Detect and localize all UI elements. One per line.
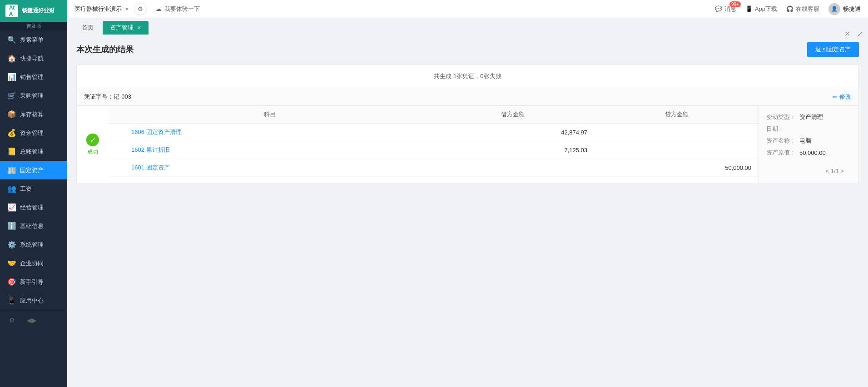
- user-menu[interactable]: 👤 畅捷通: [828, 3, 861, 15]
- sidebar-item-payroll[interactable]: 👥 工资: [0, 179, 67, 198]
- page-title: 本次生成的结果: [76, 44, 134, 55]
- debit-2: 7,125.03: [431, 141, 595, 159]
- sidebar-item-app-center-label: 应用中心: [20, 297, 44, 305]
- funds-icon: 💰: [7, 129, 15, 137]
- voucher-table: 科目 借方金额 贷方金额 1606 固定资产清理 42,874.97: [109, 106, 759, 177]
- support-icon: 🎧: [786, 5, 794, 12]
- asset-value-row: 资产原值： 50,000.00: [766, 147, 851, 159]
- date-row: 日期：: [766, 123, 851, 135]
- sidebar-item-ops[interactable]: 📈 经营管理: [0, 198, 67, 217]
- messages-button[interactable]: 💬 消息 99+: [715, 5, 736, 13]
- ledger-icon: 📒: [7, 147, 15, 156]
- voucher-body: ✓ 成功 科目 借方金额 贷方金额: [77, 106, 858, 184]
- summary-text: 共生成 1张凭证，0张失败: [434, 73, 501, 79]
- main-area: 医疗器械行业演示 ▼ ⚙ ☁ 我要体验一下 💬 消息 99+ 📱 App下载 🎧…: [67, 0, 868, 387]
- sidebar-item-ops-label: 经营管理: [20, 203, 44, 212]
- voucher-number: 凭证字号：记-003: [84, 93, 131, 101]
- online-support-label: 在线客服: [796, 5, 819, 13]
- pagination-info: 1/1: [831, 168, 841, 174]
- success-text: 成功: [87, 148, 98, 156]
- logo-text: 畅捷通好业财: [22, 7, 55, 15]
- voucher-detail-sidebar: 变动类型： 资产清理 日期： 资产名称： 电脑 资产原值：: [759, 106, 858, 184]
- sidebar-item-ledger[interactable]: 📒 总账管理: [0, 142, 67, 161]
- sidebar-item-fixed-assets[interactable]: 🏢 固定资产: [0, 161, 67, 179]
- online-support-button[interactable]: 🎧 在线客服: [786, 5, 819, 13]
- sidebar-item-guide[interactable]: 🎯 新手引导: [0, 273, 67, 291]
- asset-name-value: 电脑: [799, 137, 811, 145]
- sidebar-item-collab[interactable]: 🤝 企业协同: [0, 254, 67, 273]
- sidebar-item-collab-label: 企业协同: [20, 259, 44, 268]
- sidebar-item-quick-nav[interactable]: 🏠 快捷导航: [0, 49, 67, 68]
- username: 畅捷通: [843, 5, 861, 13]
- asset-name-label: 资产名称：: [766, 137, 796, 145]
- app-logo: AtA 畅捷通好业财: [0, 0, 67, 22]
- sidebar-item-sales[interactable]: 📊 销售管理: [0, 68, 67, 86]
- sidebar-item-sales-label: 销售管理: [20, 73, 44, 81]
- cloud-icon: ☁: [156, 5, 162, 12]
- subject-1[interactable]: 1606 固定资产清理: [131, 129, 182, 135]
- sidebar-item-funds-label: 资金管理: [20, 129, 44, 137]
- app-download-button[interactable]: 📱 App下载: [745, 5, 777, 13]
- sidebar-item-app-center[interactable]: 📱 应用中心: [0, 291, 67, 310]
- sidebar-item-quick-nav-label: 快捷导航: [20, 55, 44, 63]
- asset-name-row: 资产名称： 电脑: [766, 135, 851, 147]
- experience-button[interactable]: ☁ 我要体验一下: [156, 5, 200, 13]
- topbar: 医疗器械行业演示 ▼ ⚙ ☁ 我要体验一下 💬 消息 99+ 📱 App下载 🎧…: [67, 0, 868, 18]
- asset-value-value: 50,000.00: [799, 149, 826, 156]
- sidebar-item-guide-label: 新手引导: [20, 278, 44, 286]
- subject-3[interactable]: 1601 固定资产: [131, 164, 170, 171]
- col-header-subject: 科目: [109, 106, 431, 124]
- edit-voucher-button[interactable]: ✏ 修改: [833, 93, 851, 101]
- sidebar-item-search-label: 搜索菜单: [20, 36, 44, 44]
- sidebar-item-funds[interactable]: 💰 资金管理: [0, 124, 67, 142]
- settings-button[interactable]: ⚙: [134, 3, 147, 15]
- company-dropdown-icon: ▼: [124, 6, 129, 12]
- phone-icon: 📱: [745, 5, 753, 12]
- tab-asset-mgmt[interactable]: 资产管理 ✕: [103, 21, 149, 35]
- page-header: 本次生成的结果 返回固定资产: [76, 42, 859, 57]
- col-header-credit: 贷方金额: [595, 106, 759, 124]
- edit-icon: ✏: [833, 94, 838, 100]
- sidebar-item-search[interactable]: 🔍 搜索菜单: [0, 30, 67, 49]
- change-type-row: 变动类型： 资产清理: [766, 111, 851, 123]
- credit-1: [595, 124, 759, 141]
- close-panel-button[interactable]: ✕: [842, 28, 853, 39]
- sidebar-item-base-info[interactable]: ℹ️ 基础信息: [0, 217, 67, 235]
- tab-home-label: 首页: [82, 24, 94, 31]
- company-selector[interactable]: 医疗器械行业演示 ▼: [74, 5, 129, 13]
- sales-icon: 📊: [7, 73, 15, 81]
- subject-2[interactable]: 1602 累计折旧: [131, 146, 170, 153]
- sidebar-item-inventory[interactable]: 📦 库存核算: [0, 105, 67, 124]
- sidebar-item-purchase[interactable]: 🛒 采购管理: [0, 86, 67, 105]
- tab-close-icon[interactable]: ✕: [137, 25, 141, 31]
- pagination-next[interactable]: >: [840, 168, 844, 174]
- guide-icon: 🎯: [7, 278, 15, 286]
- tab-asset-mgmt-label: 资产管理: [110, 24, 134, 32]
- panel-controls: ✕ ⤢: [842, 28, 865, 39]
- pagination-prev[interactable]: <: [826, 168, 829, 174]
- change-type-label: 变动类型：: [766, 113, 796, 121]
- date-label: 日期：: [766, 125, 784, 133]
- col-header-debit: 借方金额: [431, 106, 595, 124]
- sidebar-item-purchase-label: 采购管理: [20, 92, 44, 100]
- edit-label: 修改: [839, 93, 851, 101]
- table-row: 1606 固定资产清理 42,874.97: [109, 124, 759, 141]
- settings-icon[interactable]: ⚙: [6, 315, 17, 326]
- debit-3: [431, 159, 595, 177]
- change-type-value: 资产清理: [799, 113, 823, 121]
- sidebar-item-system-label: 系统管理: [20, 241, 44, 249]
- messages-badge: 99+: [729, 1, 741, 7]
- search-icon: 🔍: [7, 35, 15, 44]
- pagination[interactable]: < 1/1 >: [766, 164, 851, 178]
- collapse-icon[interactable]: ◀▶: [26, 315, 37, 326]
- expand-panel-button[interactable]: ⤢: [854, 28, 865, 39]
- sidebar-item-system[interactable]: ⚙️ 系统管理: [0, 235, 67, 254]
- voucher-section: 凭证字号：记-003 ✏ 修改 ✓ 成功: [77, 88, 858, 184]
- sidebar-item-inventory-label: 库存核算: [20, 110, 44, 119]
- tab-home[interactable]: 首页: [74, 21, 101, 35]
- sidebar: AtA 畅捷通好业财 普及版 🔍 搜索菜单 🏠 快捷导航 📊 销售管理 🛒 采购…: [0, 0, 67, 387]
- company-name: 医疗器械行业演示: [74, 5, 122, 13]
- sidebar-item-ledger-label: 总账管理: [20, 148, 44, 156]
- back-to-fixed-assets-button[interactable]: 返回固定资产: [807, 42, 859, 57]
- collab-icon: 🤝: [7, 259, 15, 268]
